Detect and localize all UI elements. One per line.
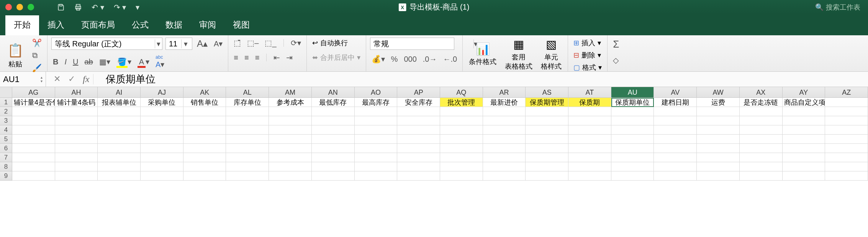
search-input[interactable]: 🔍 搜索工作表	[811, 2, 864, 13]
cell[interactable]	[141, 153, 183, 162]
cell[interactable]	[397, 171, 440, 181]
cell[interactable]	[611, 171, 654, 181]
cell[interactable]	[397, 116, 440, 125]
row-header[interactable]: 2	[0, 107, 12, 116]
cell[interactable]	[269, 153, 312, 162]
cell[interactable]	[783, 107, 825, 116]
bold-button[interactable]: B	[51, 57, 60, 67]
cell[interactable]	[12, 107, 55, 116]
cell[interactable]: 辅计量4是否包装单位	[12, 98, 55, 107]
cell[interactable]	[483, 135, 526, 144]
cell[interactable]	[654, 135, 697, 144]
cell[interactable]	[611, 135, 654, 144]
cell[interactable]	[654, 107, 697, 116]
cell[interactable]	[397, 162, 440, 171]
cell[interactable]	[654, 162, 697, 171]
column-header[interactable]: AV	[654, 87, 697, 98]
strike-button[interactable]: ab	[83, 57, 94, 67]
cell[interactable]	[269, 116, 312, 125]
cell[interactable]	[825, 125, 868, 135]
tab-home[interactable]: 开始	[5, 15, 39, 35]
align-right-icon[interactable]: ≡	[254, 53, 261, 63]
cell[interactable]	[440, 116, 483, 125]
cell[interactable]	[355, 153, 398, 162]
font-color-button[interactable]: A▾	[136, 56, 151, 67]
cell[interactable]	[783, 144, 825, 153]
orientation-icon[interactable]: ⟳▾	[289, 38, 303, 48]
cell[interactable]	[226, 153, 269, 162]
cell[interactable]	[226, 144, 269, 153]
cell[interactable]	[611, 116, 654, 125]
cell[interactable]	[312, 116, 355, 125]
cell[interactable]	[740, 116, 783, 125]
cell[interactable]	[269, 107, 312, 116]
cell[interactable]	[654, 144, 697, 153]
cell[interactable]	[568, 162, 611, 171]
cut-icon[interactable]: ✂️	[31, 38, 43, 48]
cell[interactable]	[740, 171, 783, 181]
formula-input[interactable]	[101, 73, 868, 85]
cell[interactable]	[440, 171, 483, 181]
underline-button[interactable]: U	[71, 57, 80, 67]
cell[interactable]: 参考成本	[269, 98, 312, 107]
tab-review[interactable]: 审阅	[191, 15, 224, 35]
cell[interactable]: 是否走冻链	[740, 98, 783, 107]
accept-formula-icon[interactable]: ✓	[68, 74, 75, 84]
number-format-combo[interactable]: ▾	[370, 38, 454, 50]
cell[interactable]: 商品自定义项	[783, 98, 825, 107]
cell[interactable]	[697, 171, 740, 181]
cell[interactable]: 运费	[697, 98, 740, 107]
font-size-combo[interactable]: ▾	[165, 38, 192, 50]
cell[interactable]	[654, 116, 697, 125]
row-header[interactable]: 4	[0, 125, 12, 135]
cell[interactable]	[440, 153, 483, 162]
cell[interactable]	[526, 125, 568, 135]
cell[interactable]	[611, 162, 654, 171]
cell[interactable]	[568, 171, 611, 181]
tab-insert[interactable]: 插入	[39, 15, 73, 35]
cell[interactable]	[355, 107, 398, 116]
minimize-icon[interactable]	[16, 4, 23, 10]
align-middle-icon[interactable]: ⬚–	[246, 38, 260, 48]
cell[interactable]	[269, 125, 312, 135]
cell[interactable]	[141, 116, 183, 125]
chevron-down-icon[interactable]: ▾	[357, 53, 360, 62]
cell[interactable]	[397, 153, 440, 162]
cell[interactable]	[141, 107, 183, 116]
cell[interactable]	[98, 171, 141, 181]
cell[interactable]	[141, 135, 183, 144]
cell[interactable]: 库存单位	[226, 98, 269, 107]
cell[interactable]	[312, 162, 355, 171]
autosum-icon[interactable]: Σ	[611, 38, 621, 51]
column-header[interactable]: AN	[312, 87, 355, 98]
cell[interactable]	[355, 144, 398, 153]
cell[interactable]	[312, 144, 355, 153]
cell[interactable]	[611, 144, 654, 153]
cell[interactable]	[98, 153, 141, 162]
cell[interactable]	[12, 125, 55, 135]
cell[interactable]	[740, 153, 783, 162]
cell[interactable]	[697, 162, 740, 171]
cell[interactable]: 保质期单位	[611, 98, 654, 107]
cell[interactable]	[783, 135, 825, 144]
cell[interactable]	[355, 171, 398, 181]
column-header[interactable]: AK	[183, 87, 226, 98]
cell[interactable]	[825, 171, 868, 181]
cell[interactable]	[568, 153, 611, 162]
cell[interactable]	[226, 135, 269, 144]
cell[interactable]	[611, 153, 654, 162]
align-left-icon[interactable]: ≡	[232, 53, 240, 63]
decrease-font-icon[interactable]: A▾	[212, 38, 224, 49]
cell[interactable]	[825, 98, 868, 107]
chevron-down-icon[interactable]: ▾	[181, 40, 190, 48]
cell[interactable]	[397, 135, 440, 144]
cell[interactable]	[312, 153, 355, 162]
cell[interactable]	[183, 135, 226, 144]
cell[interactable]	[141, 162, 183, 171]
cell[interactable]: 安全库存	[397, 98, 440, 107]
cell[interactable]	[825, 135, 868, 144]
column-header[interactable]: AU	[611, 87, 654, 98]
cell[interactable]	[98, 162, 141, 171]
tab-data[interactable]: 数据	[157, 15, 191, 35]
copy-icon[interactable]: ⧉	[31, 50, 43, 61]
